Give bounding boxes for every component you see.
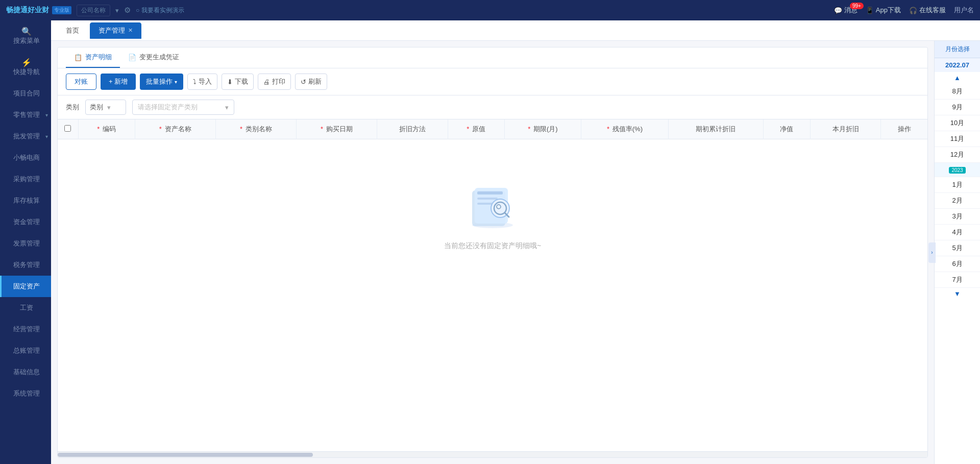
- month-item-sep-2022[interactable]: 9月: [935, 100, 980, 115]
- online-service-button[interactable]: 🎧 在线客服: [909, 6, 946, 15]
- refresh-icon: ↺: [301, 78, 306, 86]
- month-item-apr-2023[interactable]: 4月: [935, 225, 980, 240]
- sidebar-item-salary[interactable]: 工资: [0, 297, 51, 319]
- month-selector-panel: › 月份选择 2022.07 ▲ 8月 9月 10月 11月 12月 2023 …: [934, 41, 980, 464]
- month-item-jul-2023[interactable]: 7月: [935, 272, 980, 288]
- asset-data-table: * 编码 * 资产名称 * 类别名称: [58, 119, 927, 139]
- settings-icon[interactable]: ⚙: [124, 6, 131, 15]
- filter-bar: 类别 类别 ▾ 请选择固定资产类别 ▾: [58, 95, 927, 119]
- col-original-value: * 原值: [448, 119, 504, 139]
- message-badge: 99+: [850, 3, 864, 9]
- col-asset-name: * 资产名称: [135, 119, 215, 139]
- lightning-icon: ⚡: [6, 58, 47, 67]
- month-panel-header: 月份选择: [935, 41, 980, 58]
- phone-icon: 📱: [866, 7, 874, 14]
- month-item-may-2023[interactable]: 5月: [935, 240, 980, 256]
- scrollbar-thumb[interactable]: [58, 453, 313, 457]
- month-item-oct-2022[interactable]: 10月: [935, 115, 980, 131]
- empty-illustration: [462, 180, 523, 231]
- list-icon: 📋: [74, 54, 82, 61]
- print-icon: 🖨: [263, 78, 270, 86]
- arrow-icon: ▾: [45, 112, 48, 118]
- month-item-jun-2023[interactable]: 6月: [935, 256, 980, 272]
- month-item-aug-2022[interactable]: 8月: [935, 84, 980, 100]
- col-purchase-date: * 购买日期: [296, 119, 377, 139]
- import-icon: ⤵: [193, 78, 197, 86]
- sidebar-item-project-contract[interactable]: 项目合同: [0, 83, 51, 104]
- empty-state: 当前您还没有固定资产明细哦~: [58, 139, 927, 291]
- year-2023-badge: 2023: [935, 163, 980, 177]
- category-name-select[interactable]: 请选择固定资产类别 ▾: [132, 100, 234, 115]
- download-button[interactable]: ⬇ 下载: [222, 74, 254, 90]
- sidebar-item-invoice-mgmt[interactable]: 发票管理: [0, 233, 51, 254]
- dropdown-icon[interactable]: ▾: [115, 7, 119, 14]
- select-all-checkbox[interactable]: [64, 125, 71, 132]
- message-button[interactable]: 💬 消息 99+: [834, 6, 857, 15]
- print-button[interactable]: 🖨 打印: [258, 74, 291, 90]
- sidebar-item-retail-mgmt[interactable]: 零售管理 ▾: [0, 104, 51, 126]
- sidebar-item-inventory-calc[interactable]: 库存核算: [0, 190, 51, 211]
- month-item-feb-2023[interactable]: 2月: [935, 193, 980, 209]
- col-residual-rate: * 残值率(%): [581, 119, 669, 139]
- toolbar: 对账 + 新增 批量操作 ▾ ⤵ 导入 ⬇ 下载: [58, 68, 927, 95]
- sidebar-item-search-menu[interactable]: 🔍 搜索菜单: [0, 20, 51, 52]
- sidebar-item-quick-nav[interactable]: ⚡ 快捷导航: [0, 52, 51, 83]
- main-panel: 📋 资产明细 📄 变更生成凭证 对账 + 新增 批量操作: [51, 41, 934, 464]
- category-filter-label: 类别: [66, 103, 79, 112]
- tab-home[interactable]: 首页: [57, 22, 88, 39]
- col-category-name: * 类别名称: [215, 119, 296, 139]
- sidebar-item-xiaochang-ecom[interactable]: 小畅电商: [0, 147, 51, 168]
- sidebar-item-basic-info[interactable]: 基础信息: [0, 361, 51, 383]
- scroll-down-button[interactable]: ▼: [935, 288, 980, 300]
- sidebar-item-wholesale-mgmt[interactable]: 批发管理 ▾: [0, 126, 51, 147]
- sidebar-item-operations-mgmt[interactable]: 经营管理: [0, 319, 51, 340]
- year-badge: 2023: [949, 167, 965, 174]
- asset-table: * 编码 * 资产名称 * 类别名称: [58, 119, 927, 451]
- demo-icon: ○: [136, 7, 139, 14]
- sidebar-item-fixed-assets[interactable]: 固定资产: [0, 276, 51, 297]
- add-button[interactable]: + 新增: [101, 74, 136, 90]
- document-icon: 📄: [128, 54, 136, 61]
- refresh-button[interactable]: ↺ 刷新: [295, 74, 327, 90]
- app-download-button[interactable]: 📱 App下载: [866, 6, 901, 15]
- dropdown-icon: ▾: [107, 104, 111, 111]
- sidebar-item-system-mgmt[interactable]: 系统管理: [0, 383, 51, 404]
- sidebar-item-tax-mgmt[interactable]: 税务管理: [0, 254, 51, 276]
- tab-asset-mgmt[interactable]: 资产管理 ✕: [90, 22, 141, 39]
- demo-link[interactable]: ○ 我要看实例演示: [136, 6, 184, 15]
- edition-badge: 专业版: [52, 6, 71, 14]
- tab-bar: 首页 资产管理 ✕: [51, 20, 980, 41]
- headset-icon: 🎧: [909, 7, 917, 14]
- month-item-jan-2023[interactable]: 1月: [935, 177, 980, 193]
- horizontal-scrollbar[interactable]: [58, 451, 927, 457]
- svg-rect-4: [477, 198, 498, 200]
- sub-panel: 📋 资产明细 📄 变更生成凭证 对账 + 新增 批量操作: [57, 47, 928, 458]
- subtab-asset-detail[interactable]: 📋 资产明细: [66, 47, 120, 68]
- col-period-cumulative: 期初累计折旧: [669, 119, 764, 139]
- company-selector[interactable]: 公司名称: [77, 5, 110, 16]
- sidebar-item-purchase-mgmt[interactable]: 采购管理: [0, 168, 51, 190]
- sidebar-item-fund-mgmt[interactable]: 资金管理: [0, 211, 51, 233]
- month-item-nov-2022[interactable]: 11月: [935, 131, 980, 147]
- search-icon: 🔍: [6, 27, 47, 36]
- reconcile-button[interactable]: 对账: [66, 74, 96, 90]
- tab-close-icon[interactable]: ✕: [128, 27, 133, 34]
- subtab-change-voucher[interactable]: 📄 变更生成凭证: [120, 47, 187, 68]
- user-profile[interactable]: 用户名: [954, 6, 974, 15]
- batch-button[interactable]: 批量操作 ▾: [140, 74, 183, 90]
- download-icon: ⬇: [227, 78, 233, 86]
- arrow-icon: ▾: [45, 134, 48, 139]
- year-2022-label[interactable]: 2022.07: [935, 58, 980, 72]
- col-depreciation-method: 折旧方法: [377, 119, 448, 139]
- month-item-dec-2022[interactable]: 12月: [935, 147, 980, 163]
- app-logo: 畅捷通好业财 专业版: [6, 6, 71, 15]
- import-button[interactable]: ⤵ 导入: [187, 74, 217, 90]
- top-bar-right: 💬 消息 99+ 📱 App下载 🎧 在线客服 用户名: [834, 6, 974, 15]
- page-content: 📋 资产明细 📄 变更生成凭证 对账 + 新增 批量操作: [51, 41, 980, 464]
- sidebar-item-general-ledger[interactable]: 总账管理: [0, 340, 51, 361]
- scroll-up-button[interactable]: ▲: [935, 72, 980, 84]
- category-type-select[interactable]: 类别 ▾: [85, 100, 126, 115]
- col-period-months: * 期限(月): [504, 119, 581, 139]
- month-item-mar-2023[interactable]: 3月: [935, 209, 980, 225]
- panel-collapse-button[interactable]: ›: [928, 242, 936, 263]
